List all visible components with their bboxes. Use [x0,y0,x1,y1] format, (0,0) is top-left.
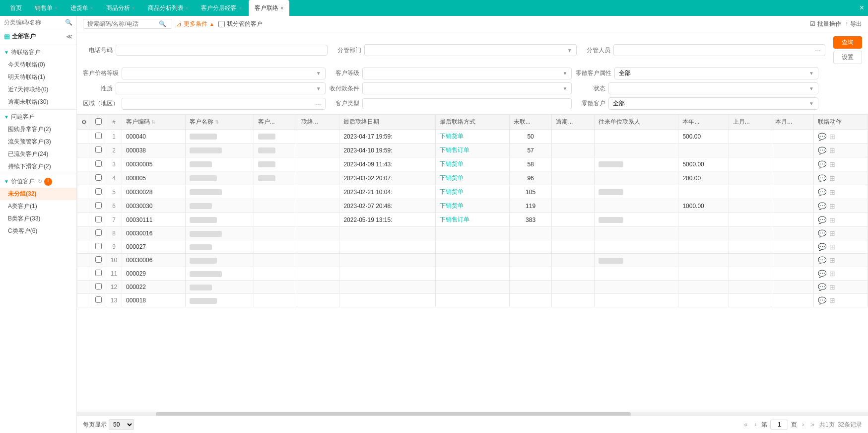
row-checkbox[interactable] [95,243,102,249]
grid-action-icon[interactable]: ⊞ [829,188,835,196]
chat-icon[interactable]: 💬 [818,202,826,210]
query-button[interactable]: 查询 [833,36,862,49]
sidebar-item-class-a[interactable]: A类客户(1) [0,200,76,213]
filter-scattered-attr-select[interactable]: 全部 ▼ [614,67,818,79]
filter-scattered-select[interactable]: 全部 ▼ [608,97,818,110]
row-checkbox[interactable] [95,146,102,153]
chat-icon[interactable]: 💬 [818,188,826,196]
col-name[interactable]: 客户名称 ⇅ [186,115,254,130]
manager-dots-icon[interactable]: ··· [815,46,821,54]
row-checkbox[interactable] [95,216,102,222]
tab-purchase[interactable]: 进货单 × [65,0,99,16]
grid-action-icon[interactable]: ⊞ [829,256,835,264]
sidebar-item-tomorrow-pending[interactable]: 明天待联络(1) [0,71,76,83]
tab-customer-contact[interactable]: 客户联络 × [249,0,289,16]
filter-manager-select[interactable]: ··· [613,44,825,56]
row-checkbox[interactable] [95,188,102,195]
chat-icon[interactable]: 💬 [818,270,826,278]
grid-action-icon[interactable]: ⊞ [829,296,835,304]
prev-page-button[interactable]: ‹ [752,420,758,429]
sidebar-search-input[interactable] [4,19,63,26]
filter-phone-input[interactable] [116,45,328,56]
close-customer-segment-icon[interactable]: × [239,5,242,11]
sidebar-item-churn-warning[interactable]: 流失预警客户(3) [0,136,76,148]
region-dots-icon[interactable]: ··· [315,100,321,108]
chat-icon[interactable]: 💬 [818,160,826,168]
refresh-icon[interactable]: ↻ [38,178,42,185]
filter-price-level-select[interactable]: ▼ [122,68,326,79]
sidebar-item-overdue-pending[interactable]: 逾期未联络(30) [0,96,76,108]
grid-action-icon[interactable]: ⊞ [829,229,835,237]
row-checkbox[interactable] [95,229,102,236]
close-purchase-icon[interactable]: × [90,5,93,11]
contact-method-link[interactable]: 下销货单 [440,160,464,167]
contact-method-link[interactable]: 下销货单 [440,202,464,209]
row-checkbox[interactable] [95,256,102,263]
row-checkbox[interactable] [95,296,102,303]
select-all-checkbox[interactable] [95,118,102,125]
close-customer-contact-icon[interactable]: × [280,5,283,11]
filter-status-select[interactable]: ▼ [608,82,818,94]
tab-home[interactable]: 首页 [4,0,28,16]
value-customers-group[interactable]: ▼ 价值客户 ↻ ! [0,175,76,188]
more-conditions-button[interactable]: ⊿ 更多条件 ▲ [176,20,214,28]
row-checkbox[interactable] [95,174,102,181]
sidebar-search-icon[interactable]: 🔍 [65,19,72,26]
sidebar-item-class-c[interactable]: C类客户(6) [0,225,76,237]
row-checkbox[interactable] [95,283,102,289]
grid-action-icon[interactable]: ⊞ [829,146,835,154]
grid-action-icon[interactable]: ⊞ [829,160,835,168]
grid-action-icon[interactable]: ⊞ [829,174,835,182]
chat-icon[interactable]: 💬 [818,229,826,237]
search-icon[interactable]: 🔍 [159,20,166,27]
grid-action-icon[interactable]: ⊞ [829,216,835,224]
chat-icon[interactable]: 💬 [818,283,826,291]
row-checkbox[interactable] [95,133,102,139]
pending-customers-group[interactable]: ▼ 待联络客户 [0,46,76,59]
grid-action-icon[interactable]: ⊞ [829,243,835,251]
export-button[interactable]: ↑ 导出 [845,20,862,28]
chat-icon[interactable]: 💬 [818,174,826,182]
sidebar-item-ungrouped[interactable]: 未分组(32) [0,188,76,200]
tab-product-analysis[interactable]: 商品分析 × [100,0,141,16]
grid-action-icon[interactable]: ⊞ [829,202,835,210]
sidebar-item-today-pending[interactable]: 今天待联络(0) [0,59,76,71]
all-customers-header[interactable]: ⊞ 全部客户 ≪ [0,29,76,44]
col-settings[interactable]: ⚙ [77,115,91,130]
first-page-button[interactable]: « [742,420,750,429]
chat-icon[interactable]: 💬 [818,296,826,304]
contact-method-link[interactable]: 下销售订单 [440,146,469,153]
filter-region-select[interactable]: ··· [122,98,326,110]
grid-action-icon[interactable]: ⊞ [829,133,835,141]
next-page-button[interactable]: › [800,420,806,429]
close-sales-icon[interactable]: × [55,5,58,11]
contact-method-link[interactable]: 下销货单 [440,188,464,195]
chat-icon[interactable]: 💬 [818,146,826,154]
grid-action-icon[interactable]: ⊞ [829,270,835,278]
tab-customer-segment[interactable]: 客户分层经客 × [195,0,248,16]
search-input[interactable] [87,20,157,27]
filter-nature-select[interactable]: ▼ [116,82,326,94]
filter-customer-level-select[interactable]: ▼ [362,68,572,79]
contact-method-link[interactable]: 下销售订单 [440,216,469,223]
reset-button[interactable]: 设置 [833,51,862,64]
current-page-input[interactable] [770,420,788,430]
contact-method-link[interactable]: 下销货单 [440,133,464,140]
grid-action-icon[interactable]: ⊞ [829,283,835,291]
close-product-analysis-icon[interactable]: × [132,5,135,11]
sidebar-item-churned[interactable]: 已流失客户(24) [0,148,76,160]
col-code[interactable]: 客户编码 ⇅ [122,115,186,130]
chat-icon[interactable]: 💬 [818,243,826,251]
horizontal-scrollbar[interactable] [77,412,868,416]
filter-customer-type-input[interactable] [362,98,572,109]
batch-op-button[interactable]: ☑ 批量操作 [810,20,841,28]
collapse-icon[interactable]: ≪ [66,33,72,40]
sidebar-item-abnormal[interactable]: 囤购异常客户(2) [0,123,76,136]
page-size-select[interactable]: 20 50 100 [109,419,134,430]
tab-sales[interactable]: 销售单 × [29,0,64,16]
row-checkbox[interactable] [95,160,102,167]
sidebar-item-7days-pending[interactable]: 近7天待联络(0) [0,83,76,96]
problem-customers-group[interactable]: ▼ 问题客户 [0,111,76,123]
tab-product-analysis-list[interactable]: 商品分析列表 × [142,0,195,16]
close-product-analysis-list-icon[interactable]: × [186,5,189,11]
